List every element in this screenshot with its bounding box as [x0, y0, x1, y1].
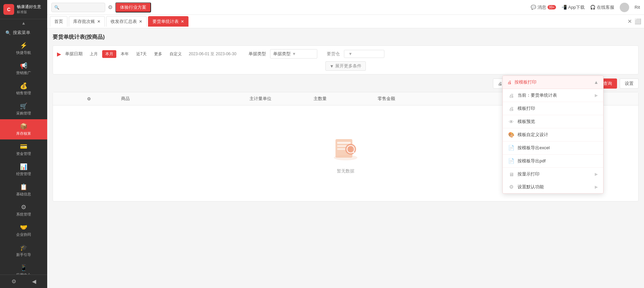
sidebar-item-enterprise[interactable]: 🤝 企业协同 — [0, 220, 47, 241]
message-btn[interactable]: 💬 消息 99+ — [531, 4, 556, 10]
operation-icon: 📊 — [20, 163, 27, 170]
inventory-icon: 📦 — [20, 123, 27, 130]
tab-close-receipt-summary[interactable]: ✕ — [139, 19, 142, 24]
sidebar-item-app-center[interactable]: 📱 应用中心 — [0, 261, 47, 275]
chevron-down-icon-2: ▼ — [348, 52, 352, 56]
sidebar-item-operation[interactable]: 📊 经营管理 — [0, 160, 47, 180]
template-print-icon: 🖨 — [508, 106, 514, 111]
system-icon: ⚙ — [21, 203, 26, 211]
date-btn-last-month[interactable]: 上月 — [87, 50, 101, 58]
sidebar-settings-btn[interactable]: ⚙ — [11, 278, 16, 285]
dropdown-default-fn[interactable]: ⚙ 设置默认功能 ▶ — [503, 181, 603, 193]
settings-btn[interactable]: 设置 — [620, 78, 639, 89]
sales-icon: 💰 — [20, 82, 27, 90]
filter-expand-arrow[interactable]: ▶ — [57, 51, 61, 57]
filter-row-expand: ▼ 展开更多条件 — [57, 61, 634, 71]
chevron-down-icon: ▼ — [292, 52, 296, 56]
sidebar-item-finance[interactable]: 💳 资金管理 — [0, 139, 47, 160]
topbar-gear-icon[interactable]: ⚙ — [108, 4, 113, 10]
tab-close-all-btn[interactable]: ✕ — [627, 18, 632, 25]
filter-warehouse-select[interactable]: ▼ — [344, 50, 384, 58]
sidebar-item-basic[interactable]: 📋 基础信息 — [0, 180, 47, 200]
print-icon: 🖨 — [498, 81, 502, 86]
sidebar-footer: ⚙ ◀ — [0, 275, 47, 288]
th-unit: 主计量单位 — [250, 96, 314, 102]
guide-icon: 🎓 — [20, 244, 27, 251]
date-range-display: 2023-06-01 至 2023-06-30 — [189, 51, 236, 57]
date-btn-more[interactable]: 更多 — [151, 50, 165, 58]
sidebar-item-guide[interactable]: 🎓 新手引导 — [0, 241, 47, 261]
sidebar-logo: C 畅康通好生意 标准版 — [0, 0, 47, 19]
sidebar-item-purchase[interactable]: 🛒 采购管理 — [0, 99, 47, 119]
headset-icon: 🎧 — [590, 5, 595, 10]
user-name: Rit — [635, 5, 640, 10]
empty-illustration — [329, 132, 362, 163]
marketing-icon: 📢 — [20, 62, 27, 69]
tab-receipt-summary[interactable]: 收发存汇总表 ✕ — [106, 16, 147, 27]
print-dropdown: 🖨 按模板打印 ▲ 🖨 当前：要货单统计表 ▶ 🖨 模板打印 👁 模板预览 — [502, 75, 604, 194]
search-icon: 🔍 — [5, 30, 11, 35]
tab-close-order-stats[interactable]: ✕ — [181, 19, 184, 24]
trial-button[interactable]: 体验行业方案 — [115, 2, 151, 12]
th-settings[interactable]: ⚙ — [57, 96, 121, 101]
enterprise-icon: 🤝 — [20, 224, 27, 231]
dropdown-template-preview[interactable]: 👁 模板预览 — [503, 115, 603, 128]
tab-order-stats[interactable]: 要货单统计表 ✕ — [148, 16, 188, 27]
date-btn-current-month[interactable]: 本月 — [102, 50, 116, 58]
date-btn-custom[interactable]: 自定义 — [167, 50, 185, 58]
dropdown-close-btn[interactable]: ▲ — [594, 79, 598, 85]
template-preview-icon: 👁 — [508, 119, 514, 125]
online-service-btn[interactable]: 🎧 在线客服 — [590, 4, 614, 10]
sidebar-item-marketing[interactable]: 📢 营销推广 — [0, 59, 47, 79]
topbar-left: 🔍 ⚙ 体验行业方案 — [51, 2, 531, 12]
template-design-icon: 🎨 — [508, 132, 514, 138]
sidebar-collapse-btn[interactable]: ◀ — [32, 278, 36, 285]
quick-nav-icon: ⚡ — [20, 42, 27, 49]
tab-maximize-btn[interactable]: ⬜ — [635, 18, 641, 25]
print-header-icon: 🖨 — [507, 80, 512, 85]
dropdown-header: 🖨 按模板打印 ▲ — [503, 76, 603, 89]
dropdown-template-print[interactable]: 🖨 模板打印 — [503, 102, 603, 115]
chevron-right-icon-3: ▶ — [595, 185, 598, 189]
expand-more-button[interactable]: ▼ 展开更多条件 — [325, 61, 366, 71]
svg-line-7 — [353, 152, 356, 155]
user-avatar[interactable] — [620, 3, 629, 12]
topbar-right: 💬 消息 99+ 📲 App下载 🎧 在线客服 Rit — [531, 3, 640, 12]
dropdown-template-custom[interactable]: 🎨 模板自定义设计 — [503, 128, 603, 141]
sidebar-item-quick-nav[interactable]: ⚡ 快捷导航 — [0, 38, 47, 59]
logo-sub: 标准版 — [17, 10, 41, 14]
sidebar-nav: ▲ 🔍 搜索菜单 ⚡ 快捷导航 📢 营销推广 💰 销售管理 🛒 采购管理 📦 库… — [0, 19, 47, 275]
sidebar-item-search[interactable]: 🔍 搜索菜单 — [0, 27, 47, 38]
tab-home[interactable]: 首页 — [50, 16, 67, 27]
main-content: 🔍 ⚙ 体验行业方案 💬 消息 99+ 📲 App下载 🎧 在线客服 Rit — [47, 0, 644, 288]
sidebar-item-inventory[interactable]: 📦 库存核算 — [0, 119, 47, 139]
sidebar: C 畅康通好生意 标准版 ▲ 🔍 搜索菜单 ⚡ 快捷导航 📢 营销推广 💰 销售… — [0, 0, 47, 288]
date-btn-this-year[interactable]: 本年 — [118, 50, 132, 58]
app-download-icon: 📲 — [561, 5, 567, 10]
tab-batch-account[interactable]: 库存批次账 ✕ — [69, 16, 105, 27]
dropdown-template-pdf[interactable]: 📄 按模板导出pdf — [503, 155, 603, 168]
page-title: 要货单统计表(按商品) — [53, 34, 639, 41]
app-download-btn[interactable]: 📲 App下载 — [561, 4, 585, 10]
tabs-bar: 首页 库存批次账 ✕ 收发存汇总表 ✕ 要货单统计表 ✕ ✕ ⬜ — [47, 15, 644, 28]
dropdown-current-template[interactable]: 🖨 当前：要货单统计表 ▶ — [503, 89, 603, 102]
chevron-right-icon-2: ▶ — [595, 172, 598, 177]
display-print-icon: 🖥 — [508, 171, 514, 177]
sidebar-item-system[interactable]: ⚙ 系统管理 — [0, 200, 47, 220]
filter-row-1: ▶ 单据日期 上月 本月 本年 近7天 更多 自定义 2023-06-01 至 … — [57, 49, 634, 59]
logo-icon: C — [3, 4, 14, 15]
pdf-icon: 📄 — [508, 158, 514, 164]
topbar-search-box[interactable]: 🔍 — [51, 3, 105, 12]
chevron-right-icon: ▶ — [595, 93, 598, 98]
topbar: 🔍 ⚙ 体验行业方案 💬 消息 99+ 📲 App下载 🎧 在线客服 Rit — [47, 0, 644, 15]
svg-rect-2 — [337, 142, 351, 144]
tab-close-batch-account[interactable]: ✕ — [97, 19, 100, 24]
finance-icon: 💳 — [20, 143, 27, 150]
sidebar-item-sales[interactable]: 💰 销售管理 — [0, 79, 47, 99]
sidebar-scroll-up[interactable]: ▲ — [0, 19, 47, 27]
filter-type-select[interactable]: 单据类型 ▼ — [270, 49, 317, 59]
dropdown-template-excel[interactable]: 📄 按模板导出excel — [503, 141, 603, 155]
date-btn-7days[interactable]: 近7天 — [133, 50, 150, 58]
message-badge: 99+ — [548, 5, 556, 9]
dropdown-display-print[interactable]: 🖥 按显示打印 ▶ — [503, 168, 603, 181]
